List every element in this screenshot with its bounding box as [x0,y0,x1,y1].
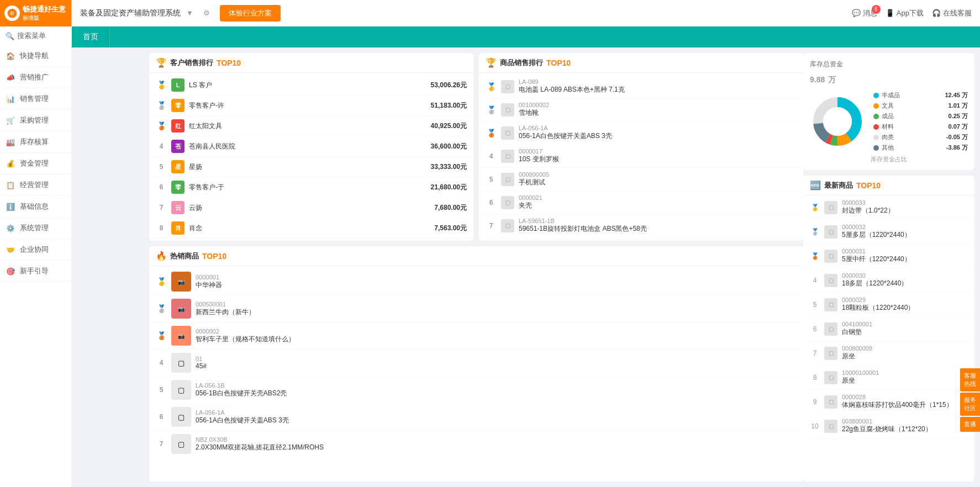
product-rank-3: 🥉 ▢ LA-056-1A 056-1A白色按键开关盖ABS 3壳 [479,121,803,145]
rank-num-4: 4 [156,141,167,152]
hot-products-header: 🔥 热销商品 TOP10 [149,246,803,266]
hot-product-2: 🥈 📷 000500001 新西兰牛肉（新牛） [149,295,803,322]
customer-ranking-header: 🏆 客户销售排行 TOP10 [149,53,473,73]
rank-num-7: 7 [156,202,167,213]
newest-item-7: 7 ▢ 000800008 原坐 [803,341,974,366]
left-panel [77,53,149,481]
sidebar-item-coop[interactable]: 🤝 企业协同 [0,239,71,261]
newest-item-1: 🥇 ▢ 0000033 封边带（1.0*22） [803,195,974,220]
content-area: 🏆 客户销售排行 TOP10 🥇 L LS 客户 53,006.26元 [72,47,980,487]
hot-product-7: 7 ▢ NB2.0X30B 2.0X30MM双搓花轴,搓花直径2.1MM/ROH… [149,431,803,454]
legend-item-2: 成品 0.25 万 [873,112,968,120]
sidebar-item-basic[interactable]: ℹ️ 基础信息 [0,196,71,218]
app-download-button[interactable]: 📱 App下载 [886,8,924,18]
legend-label-5: 其他 [882,144,944,152]
nav-label: 经营管理 [20,180,49,190]
newest-name-10: 22g鱼豆腐-烧烤味（1*12*20） [842,425,968,434]
product-code-1: LA-089 [519,78,797,85]
basic-icon: ℹ️ [6,202,15,211]
message-badge: 6 [872,5,881,14]
customer-name-3: 红太阳文具 [189,121,426,131]
newest-products-card: 🆕 最新商品 TOP10 🥇 ▢ 0000033 封边带（1.0*22） [803,176,974,481]
nav-label: 基础信息 [20,202,49,211]
customer-value-6: 21,680.00元 [431,183,467,192]
search-menu[interactable]: 🔍 搜索菜单 [0,27,71,45]
newest-thumb-3: ▢ [824,250,837,263]
hot-info-2: 000500001 新西兰牛肉（新牛） [196,301,797,317]
middle-panel: 🏆 客户销售排行 TOP10 🥇 L LS 客户 53,006.26元 [149,53,803,481]
money-icon: 💰 [6,158,15,168]
trial-button[interactable]: 体验行业方案 [220,5,281,22]
customer-value-2: 51,183.00元 [431,101,467,110]
hot-code-1: 0000001 [196,274,797,280]
customer-rank-list: 🥇 L LS 客户 53,006.26元 🥈 零 零售客户-许 51,183.0… [149,73,473,241]
sales-icon: 📊 [6,94,15,104]
sidebar-item-purchase[interactable]: 🛒 采购管理 [0,110,71,131]
hot-product-1: 🥇 📷 0000001 中华神器 [149,268,803,295]
sidebar-item-quick-nav[interactable]: 🏠 快捷导航 [0,45,71,67]
product-thumb-7: ▢ [501,219,514,232]
settings-button[interactable]: ⚙ [199,6,214,21]
float-service-community[interactable]: 服务 社区 [960,393,980,416]
newest-info-8: 10000100001 原坐 [842,369,968,385]
hot-name-7: 2.0X30MM双搓花轴,搓花直径2.1MM/ROHS [196,443,797,452]
avatar-6: 零 [171,181,185,194]
customer-value-7: 7,680.00元 [434,203,467,213]
legend: 半成品 12.45 万 文具 1.01 万 成品 0.25 万 [873,91,968,152]
hot-thumb-7: ▢ [171,434,191,454]
customer-name-8: 肖念 [189,224,430,233]
product-thumb-2: ▢ [501,103,514,117]
inventory-value: 9.88 [810,75,825,84]
sidebar-item-operations[interactable]: 📋 经营管理 [0,174,71,196]
avatar-5: 星 [171,160,185,173]
newest-thumb-6: ▢ [824,322,837,336]
product-info-7: LA-59651-1B 59651-1B旋转投影灯电池盒 ABS黑色+58壳 [519,218,797,234]
sidebar-item-guide[interactable]: 🎯 新手引导 [0,261,71,282]
online-service-button[interactable]: 🎧 在线客服 [932,8,972,18]
product-info-3: LA-056-1A 056-1A白色按键开关盖ABS 3壳 [519,125,797,141]
hot-products-card: 🔥 热销商品 TOP10 🥇 📷 0000001 中华神器 🥈 [149,246,803,481]
newest-item-2: 🥈 ▢ 0000032 5厘多层（1220*2440） [803,220,974,244]
newest-info-4: 0000030 18多层（1220*2440） [842,272,968,288]
tab-home[interactable]: 首页 [72,27,110,47]
middle-top: 🏆 客户销售排行 TOP10 🥇 L LS 客户 53,006.26元 [149,53,803,241]
float-live[interactable]: 直播 [960,417,980,432]
customer-rank-item-7: 7 云 云扬 7,680.00元 [149,198,473,218]
sidebar-item-sales[interactable]: 📊 销售管理 [0,88,71,110]
fire-icon: 🔥 [156,251,167,261]
legend-value-3: 0.07 万 [949,123,968,131]
inventory-card: 库存总资金 9.88 万 [803,53,974,170]
legend-item-1: 文具 1.01 万 [873,102,968,110]
system-dropdown-icon[interactable]: ▼ [186,9,193,17]
sidebar-item-system[interactable]: ⚙️ 系统管理 [0,218,71,239]
newest-item-9: 9 ▢ 0000028 体娴嘉枝味苏打饮品400毫升（1*15） [803,390,974,414]
system-name-display: 装备及固定资产辅助管理系统 [80,8,181,18]
hot-product-4: 4 ▢ 01 45# [149,350,803,377]
legend-value-1: 1.01 万 [949,102,968,110]
newest-code-5: 0000029 [842,297,968,303]
page-tabs: 首页 [72,27,980,47]
float-cs-hotline[interactable]: 客服 热线 [960,368,980,391]
sidebar-item-marketing[interactable]: 📣 营销推广 [0,67,71,88]
product-thumb-3: ▢ [501,126,514,140]
hot-name-4: 45# [196,362,797,370]
hot-thumb-5: ▢ [171,380,191,400]
newest-thumb-1: ▢ [824,201,837,214]
sidebar-item-finance[interactable]: 💰 资金管理 [0,153,71,174]
app-name: 畅捷通好生意 [23,4,66,14]
customer-name-7: 云扬 [189,203,430,213]
inventory-title: 库存总资金 [810,60,968,69]
hot-info-6: LA-056-1A 056-1A白色按键开关盖ABS 3壳 [196,409,797,425]
legend-label-0: 半成品 [882,91,942,99]
topbar-right: 💬 消息 6 📱 App下载 🎧 在线客服 [852,8,972,18]
newest-info-1: 0000033 封边带（1.0*22） [842,199,968,215]
product-info-1: LA-089 电池盖 LA-089 ABS本色+黑种 7.1克 [519,78,797,94]
medal-1: 🥇 [156,80,167,91]
hot-code-5: LA-056-1B [196,382,797,389]
product-code-5: 000800005 [519,171,797,178]
hot-info-1: 0000001 中华神器 [196,274,797,290]
newest-thumb-10: ▢ [824,420,837,433]
sidebar-item-inventory[interactable]: 🏭 库存核算 [0,131,71,153]
message-button[interactable]: 💬 消息 6 [852,8,877,18]
newest-name-8: 原坐 [842,376,968,385]
